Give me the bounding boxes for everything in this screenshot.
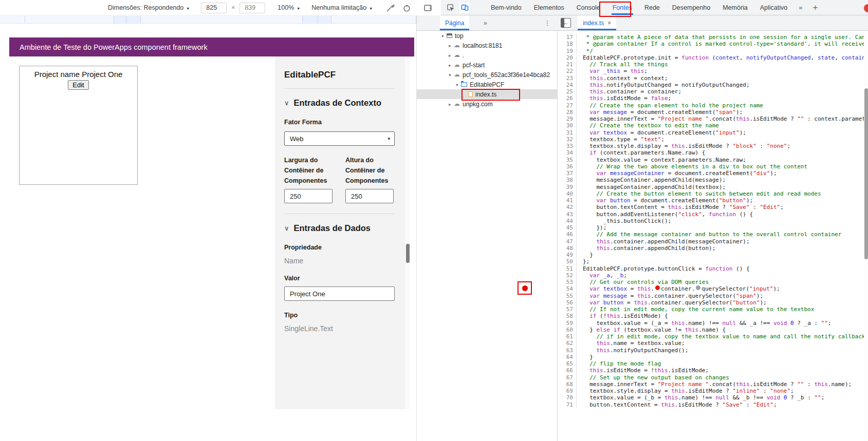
code-line-68[interactable]: 68 message.innerText = "Project name ".c… (558, 381, 868, 388)
code-line-55[interactable]: 55 var message = this.container.querySel… (558, 293, 868, 299)
line-number[interactable]: 24 (558, 82, 576, 88)
code-line-40[interactable]: 40 // Create the button element to switc… (558, 190, 868, 197)
media-query-segment[interactable] (114, 16, 126, 23)
code-line-24[interactable]: 24 this.notifyOutputChanged = notifyOutp… (558, 82, 868, 88)
tree-right-arrow-icon[interactable]: ▸ (447, 63, 453, 68)
line-number[interactable]: 17 (558, 34, 576, 41)
code-line-50[interactable]: 50}; (558, 258, 868, 265)
code-line-36[interactable]: 36 // Wrap the two above elements in a d… (558, 163, 868, 170)
media-query-segment[interactable] (0, 16, 25, 23)
media-query-segment[interactable] (126, 16, 141, 23)
code-line-33[interactable]: 33 textbox.style.display = this.isEditMo… (558, 143, 868, 149)
pen-icon[interactable] (386, 4, 395, 12)
line-number[interactable]: 22 (558, 68, 576, 74)
line-number[interactable]: 53 (558, 279, 576, 285)
inline-breakpoint-active-icon[interactable] (655, 285, 660, 290)
line-number[interactable]: 19 (558, 48, 576, 54)
tree-right-arrow-icon[interactable]: ▸ (447, 43, 453, 48)
line-number[interactable]: 40 (558, 190, 576, 197)
line-number[interactable]: 26 (558, 95, 576, 102)
code-line-38[interactable]: 38 messageContainer.appendChild(message)… (558, 177, 868, 183)
media-query-bar[interactable] (0, 15, 416, 24)
line-number[interactable]: 71 (558, 401, 576, 408)
code-line-46[interactable]: 46 // Add the message container and butt… (558, 231, 868, 238)
code-line-23[interactable]: 23 this.context = context; (558, 75, 868, 82)
throttling-dropdown[interactable]: Nenhuma limitação▼ (311, 4, 373, 11)
code-line-43[interactable]: 43 button.addEventListener("click", func… (558, 211, 868, 218)
container-width-input[interactable]: 250 (284, 189, 333, 203)
line-number[interactable]: 39 (558, 184, 576, 190)
tree-item--[interactable]: ▸☁. (417, 50, 557, 60)
line-number[interactable]: 45 (558, 224, 576, 231)
media-query-segment[interactable] (25, 16, 114, 23)
line-number[interactable]: 46 (558, 231, 576, 238)
tab-index-ts[interactable]: index.ts × (578, 15, 616, 30)
code-line-31[interactable]: 31 var textbox = document.createElement(… (558, 129, 868, 136)
code-line-42[interactable]: 42 button.textContent = this.isEditMode … (558, 204, 868, 210)
code-line-62[interactable]: 62 this.name = textbox.value; (558, 340, 868, 347)
code-line-28[interactable]: 28 var message = document.createElement(… (558, 109, 868, 116)
data-section-header[interactable]: ∨ Entradas de Dados (284, 223, 395, 233)
code-line-51[interactable]: 51EditablePCF.prototype.buttonClick = fu… (558, 265, 868, 272)
code-line-44[interactable]: 44 _this.buttonClick(); (558, 218, 868, 224)
line-number[interactable]: 52 (558, 272, 576, 279)
more-tabs-chevrons[interactable]: » (793, 4, 807, 11)
line-number[interactable]: 68 (558, 381, 576, 388)
line-number[interactable]: 32 (558, 136, 576, 143)
code-line-66[interactable]: 66 this.isEditMode = !this.isEditMode; (558, 367, 868, 374)
code-line-64[interactable]: 64 } (558, 354, 868, 360)
sidebar-scrollbar[interactable] (405, 56, 410, 409)
line-number[interactable]: 49 (558, 252, 576, 258)
code-line-69[interactable]: 69 textbox.style.display = this.isEditMo… (558, 388, 868, 394)
code-line-18[interactable]: 18 * @param container If a control is ma… (558, 41, 868, 47)
code-line-26[interactable]: 26 this.isEditMode = false; (558, 95, 868, 102)
code-line-39[interactable]: 39 messageContainer.appendChild(textbox)… (558, 184, 868, 190)
code-line-34[interactable]: 34 if (context.parameters.Name.raw) { (558, 149, 868, 156)
tree-item-pcf-tools-652ac3f36e1e4bca82[interactable]: ▾☁pcf_tools_652ac3f36e1e4bca82 (417, 70, 557, 80)
line-number[interactable]: 25 (558, 88, 576, 95)
inline-breakpoint-candidate-icon[interactable] (696, 285, 700, 290)
devtools-tab-bem-vindo[interactable]: Bem-vindo (485, 0, 528, 15)
code-line-54[interactable]: 54 var textbox = this.container.querySel… (558, 285, 868, 292)
tree-item-top[interactable]: ▾top (417, 31, 557, 41)
device-toolbar-toggle-icon[interactable] (459, 3, 470, 13)
code-line-63[interactable]: 63 this.notifyOutputChanged(); (558, 347, 868, 354)
line-number[interactable]: 50 (558, 258, 576, 265)
tree-down-arrow-icon[interactable]: ▾ (454, 82, 460, 87)
line-number[interactable]: 67 (558, 374, 576, 381)
dimensions-dropdown[interactable]: Dimensões: Respondendo▼ (108, 4, 190, 11)
line-number[interactable]: 64 (558, 354, 576, 360)
zoom-dropdown[interactable]: 100%▼ (278, 4, 300, 11)
code-line-21[interactable]: 21 // Track all the things (558, 61, 868, 68)
context-section-header[interactable]: ∨ Entradas de Contexto (284, 98, 395, 108)
code-line-53[interactable]: 53 // Get our controls via DOM queries (558, 279, 868, 285)
line-number[interactable]: 54 (558, 285, 576, 292)
code-line-32[interactable]: 32 textbox.type = "text"; (558, 136, 868, 143)
code-line-20[interactable]: 20EditablePCF.prototype.init = function … (558, 54, 868, 61)
line-number[interactable]: 51 (558, 265, 576, 272)
code-line-41[interactable]: 41 var button = document.createElement("… (558, 197, 868, 204)
navigator-kebab-menu[interactable]: ⋮ (544, 17, 551, 29)
line-number[interactable]: 57 (558, 306, 576, 313)
code-editor[interactable]: 17 * @param state A piece of data that p… (558, 31, 868, 441)
code-line-19[interactable]: 19 */ (558, 48, 868, 54)
scrollbar-thumb[interactable] (406, 244, 410, 263)
line-number[interactable]: 18 (558, 41, 576, 47)
line-number[interactable]: 62 (558, 340, 576, 347)
line-number[interactable]: 35 (558, 157, 576, 163)
line-number[interactable]: 48 (558, 245, 576, 252)
edit-button[interactable]: Edit (68, 80, 88, 90)
line-number[interactable]: 58 (558, 313, 576, 319)
code-line-47[interactable]: 47 this.container.appendChild(messageCon… (558, 238, 868, 245)
code-line-57[interactable]: 57 // If not in edit mode, copy the curr… (558, 306, 868, 313)
tree-item-pcf-start[interactable]: ▸☁pcf-start (417, 60, 557, 70)
code-line-25[interactable]: 25 this.container = container; (558, 88, 868, 95)
line-number[interactable]: 65 (558, 360, 576, 367)
code-line-27[interactable]: 27 // Create the span element to hold th… (558, 102, 868, 109)
line-number[interactable]: 38 (558, 177, 576, 183)
line-number[interactable]: 47 (558, 238, 576, 245)
editor-scrollbar[interactable] (864, 31, 868, 441)
line-number[interactable]: 63 (558, 347, 576, 354)
toolbar-kebab-menu[interactable]: ⋮ (427, 2, 435, 13)
container-height-input[interactable]: 250 (345, 189, 394, 203)
